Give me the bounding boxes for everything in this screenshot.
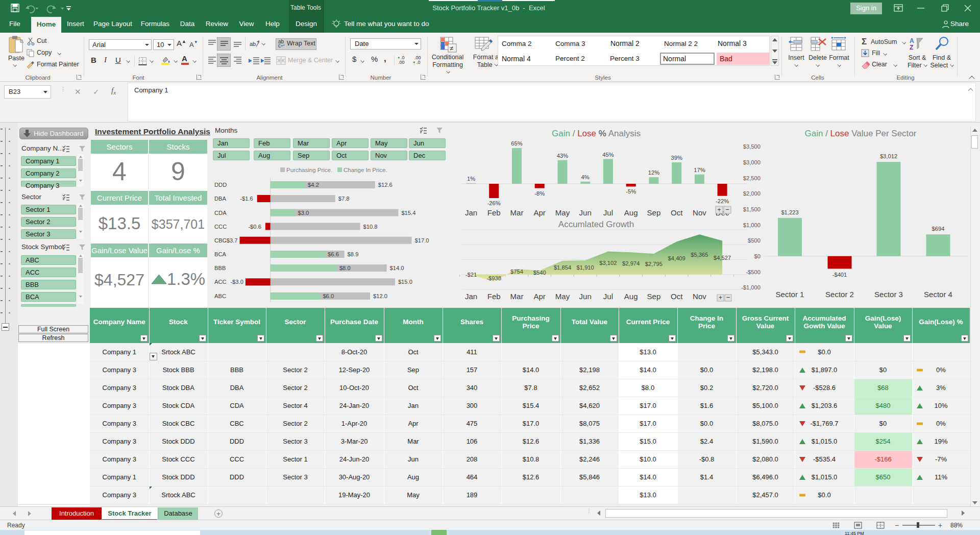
svg-text:Sector 2: Sector 2: [825, 290, 854, 299]
svg-text:$0: $0: [754, 253, 761, 259]
svg-text:$540: $540: [533, 270, 546, 276]
svg-text:Jun: Jun: [579, 292, 592, 301]
svg-text:39%: 39%: [671, 155, 682, 161]
svg-text:CCC: CCC: [214, 224, 227, 230]
svg-text:Z: Z: [910, 44, 913, 51]
svg-text:$2,974: $2,974: [622, 260, 640, 266]
svg-text:17%: 17%: [694, 167, 705, 173]
svg-text:Nov: Nov: [693, 208, 706, 217]
svg-text:Mar: Mar: [510, 208, 524, 217]
svg-text:1%: 1%: [467, 176, 475, 182]
svg-text:ab: ab: [250, 41, 256, 47]
svg-text:Sector 1: Sector 1: [776, 290, 804, 299]
svg-text:$1,854: $1,854: [554, 264, 571, 271]
svg-text:$12.6: $12.6: [378, 182, 393, 188]
svg-text:$2,795: $2,795: [645, 261, 663, 267]
svg-text:$694: $694: [932, 226, 945, 232]
svg-text:-26%: -26%: [487, 200, 501, 206]
svg-text:-22%: -22%: [716, 198, 729, 204]
svg-text:DDD: DDD: [214, 182, 227, 188]
svg-text:$1,500: $1,500: [743, 206, 761, 212]
svg-text:−: −: [725, 206, 729, 213]
svg-text:-$3.7: -$3.7: [225, 237, 238, 244]
svg-text:ABC: ABC: [214, 293, 226, 299]
svg-text:-$21: -$21: [465, 272, 477, 278]
svg-text:Purchasing Price.: Purchasing Price.: [286, 167, 332, 173]
svg-text:43%: 43%: [557, 153, 568, 159]
svg-text:$1,000: $1,000: [743, 222, 761, 228]
svg-text:.00: .00: [398, 60, 405, 65]
svg-text:-$3.0: -$3.0: [230, 279, 243, 285]
svg-text:$4,527: $4,527: [714, 255, 731, 261]
svg-text:$8.9: $8.9: [348, 251, 359, 257]
svg-text:-$938: -$938: [486, 275, 501, 281]
svg-text:$3,000: $3,000: [743, 159, 761, 165]
svg-text:Jul: Jul: [603, 208, 613, 217]
svg-text:Aug: Aug: [624, 292, 638, 301]
svg-text:$10.8: $10.8: [363, 224, 378, 230]
svg-text:.0: .0: [401, 56, 405, 60]
svg-text:Gain / Lose Value Per Sector: Gain / Lose Value Per Sector: [805, 129, 917, 138]
svg-text:Apr: Apr: [534, 292, 546, 301]
svg-text:-5%: -5%: [626, 188, 636, 194]
svg-text:4%: 4%: [581, 174, 590, 180]
svg-text:-$401: -$401: [832, 272, 847, 278]
svg-text:-$0.6: -$0.6: [248, 224, 261, 230]
svg-text:≠: ≠: [450, 44, 453, 52]
svg-text:-8%: -8%: [534, 190, 545, 197]
svg-text:$754: $754: [510, 269, 523, 275]
svg-text:$3.0: $3.0: [298, 210, 309, 216]
svg-text:Accumlated Growth: Accumlated Growth: [558, 220, 634, 229]
svg-text:Change In Price.: Change In Price.: [344, 167, 387, 173]
svg-text:May: May: [555, 208, 570, 217]
svg-text:Sector 3: Sector 3: [874, 290, 903, 299]
svg-text:$6.0: $6.0: [323, 293, 334, 299]
svg-text:−: −: [726, 294, 730, 301]
svg-text:Jul: Jul: [603, 292, 613, 301]
svg-text:Jun: Jun: [579, 208, 592, 217]
svg-text:$5,365: $5,365: [691, 252, 708, 258]
svg-text:+: +: [717, 206, 721, 213]
svg-text:$2,000: $2,000: [743, 190, 761, 197]
svg-text:$12.0: $12.0: [373, 293, 387, 299]
svg-text:BCA: BCA: [214, 251, 227, 257]
svg-text:A: A: [910, 37, 914, 44]
svg-text:$3,012: $3,012: [880, 153, 897, 159]
svg-text:Gain / Lose % Analysis: Gain / Lose % Analysis: [552, 129, 641, 138]
svg-text:Sep: Sep: [647, 292, 661, 301]
svg-text:Feb: Feb: [487, 292, 501, 301]
svg-text:$1,910: $1,910: [577, 264, 594, 271]
svg-text:$500: $500: [748, 237, 761, 244]
svg-text:$8.0: $8.0: [339, 265, 351, 271]
svg-text:Aug: Aug: [624, 208, 638, 217]
svg-text:Jan: Jan: [465, 292, 477, 301]
svg-text:Sep: Sep: [647, 208, 661, 217]
svg-text:Jan: Jan: [465, 208, 477, 217]
svg-text:$1,223: $1,223: [781, 209, 798, 215]
svg-text:-$1,000: -$1,000: [741, 284, 761, 290]
svg-text:ACC: ACC: [214, 279, 227, 285]
svg-text:Oct: Oct: [671, 208, 683, 217]
svg-text:$2,500: $2,500: [743, 175, 761, 181]
svg-text:-$500: -$500: [746, 269, 761, 275]
svg-text:.0: .0: [416, 60, 421, 65]
svg-text:Mar: Mar: [510, 292, 524, 301]
svg-text:DBA: DBA: [214, 196, 227, 202]
svg-text:$4,409: $4,409: [668, 255, 685, 261]
svg-text:-$1.6: -$1.6: [240, 196, 253, 202]
svg-text:CDA: CDA: [214, 210, 227, 216]
svg-text:$17.0: $17.0: [415, 237, 429, 244]
svg-text:$15.0: $15.0: [398, 279, 412, 285]
svg-text:May: May: [555, 292, 570, 301]
svg-text:$4.2: $4.2: [308, 182, 319, 188]
svg-text:$6.6: $6.6: [328, 251, 339, 257]
svg-text:$15.4: $15.4: [401, 210, 415, 216]
svg-text:+: +: [719, 294, 722, 301]
svg-text:Apr: Apr: [534, 208, 546, 217]
svg-text:12%: 12%: [648, 169, 659, 176]
svg-text:45%: 45%: [602, 152, 614, 158]
svg-text:Feb: Feb: [487, 208, 501, 217]
svg-text:65%: 65%: [511, 140, 522, 147]
svg-text:Oct: Oct: [671, 292, 683, 301]
svg-text:Sector 4: Sector 4: [924, 290, 952, 299]
